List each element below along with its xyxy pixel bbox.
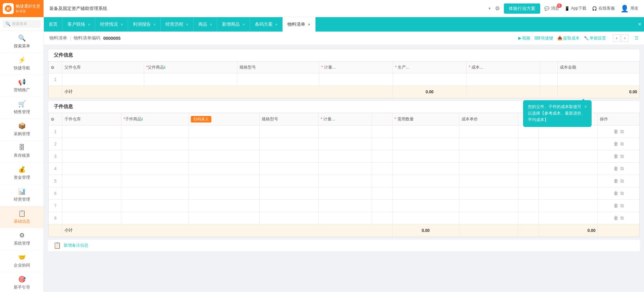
nav-tab-close-6[interactable]: × bbox=[243, 22, 245, 26]
child-row-8-unit[interactable] bbox=[319, 212, 372, 224]
message-icon-item[interactable]: 💬 消息 6 bbox=[544, 5, 559, 11]
child-row-1-warehouse[interactable] bbox=[62, 126, 121, 138]
sidebar-item-9[interactable]: ⚙系统管理 bbox=[0, 228, 44, 250]
child-row-2-quantity[interactable] bbox=[392, 138, 459, 150]
parent-row-1-production[interactable] bbox=[393, 73, 467, 86]
child-row-7-unit[interactable] bbox=[319, 200, 372, 212]
nav-tab-close-1[interactable]: × bbox=[88, 22, 90, 26]
child-row-5-spec[interactable] bbox=[259, 175, 318, 187]
child-row-8-delete-icon[interactable]: 🗑 bbox=[614, 215, 618, 221]
child-row-6-delete-icon[interactable]: 🗑 bbox=[614, 190, 618, 196]
child-row-1-delete-icon[interactable]: 🗑 bbox=[614, 129, 618, 135]
child-row-4-unit-price[interactable] bbox=[459, 163, 518, 175]
nav-tab-close-7[interactable]: × bbox=[275, 22, 277, 26]
view-toggle-icon[interactable]: ☰ bbox=[635, 36, 639, 40]
child-row-4-unit[interactable] bbox=[319, 163, 372, 175]
child-row-4-copy-icon[interactable]: ⧉ bbox=[620, 166, 624, 172]
topbar-dropdown-arrow[interactable]: ▾ bbox=[488, 6, 491, 11]
child-row-8-quantity[interactable] bbox=[392, 212, 459, 224]
add-note-label[interactable]: 新增备注信息 bbox=[64, 243, 88, 248]
child-row-4-spec[interactable] bbox=[259, 163, 318, 175]
nav-tab-7[interactable]: 条码方案× bbox=[250, 17, 283, 32]
child-row-7-copy-icon[interactable]: ⧉ bbox=[620, 203, 624, 209]
child-row-7-delete-icon[interactable]: 🗑 bbox=[614, 203, 618, 209]
sidebar-item-0[interactable]: 🔍搜索菜单 bbox=[0, 31, 44, 53]
child-row-8-unit-price[interactable] bbox=[459, 212, 518, 224]
child-row-8-copy-icon[interactable]: ⧉ bbox=[620, 215, 624, 221]
sidebar-item-11[interactable]: 🎯新手引导 bbox=[0, 272, 44, 292]
parent-row-1-spec[interactable] bbox=[237, 73, 319, 86]
child-row-3-delete-icon[interactable]: 🗑 bbox=[614, 153, 618, 159]
child-row-7-spec[interactable] bbox=[259, 200, 318, 212]
child-row-8-product[interactable] bbox=[121, 212, 189, 224]
nav-tab-4[interactable]: 经营历程× bbox=[161, 17, 193, 32]
close-window-icon[interactable]: × bbox=[638, 21, 641, 27]
nav-tab-close-4[interactable]: × bbox=[186, 22, 188, 26]
sidebar-item-10[interactable]: 🤝企业协同 bbox=[0, 250, 44, 272]
child-row-3-spec[interactable] bbox=[259, 150, 318, 163]
child-row-2-product[interactable] bbox=[121, 138, 189, 150]
child-row-3-unit[interactable] bbox=[319, 150, 372, 163]
child-row-1-quantity[interactable] bbox=[392, 126, 459, 138]
child-row-2-warehouse[interactable] bbox=[62, 138, 121, 150]
user-item[interactable]: 👤 用友 bbox=[620, 4, 639, 13]
sidebar-item-7[interactable]: 📊经营管理 bbox=[0, 184, 44, 206]
child-row-1-copy-icon[interactable]: ⧉ bbox=[620, 129, 624, 135]
search-area[interactable]: 🔍 搜索菜单 bbox=[0, 17, 44, 31]
child-row-4-delete-icon[interactable]: 🗑 bbox=[614, 166, 618, 172]
trial-button[interactable]: 体验行业方案 bbox=[504, 3, 540, 14]
nav-tab-8[interactable]: 物料清单× bbox=[283, 17, 315, 32]
child-row-1-spec[interactable] bbox=[259, 126, 318, 138]
child-row-2-delete-icon[interactable]: 🗑 bbox=[614, 141, 618, 147]
tooltip-close-btn[interactable]: × bbox=[584, 104, 587, 110]
parent-row-1-unit[interactable] bbox=[319, 73, 393, 86]
child-row-5-unit-price[interactable] bbox=[459, 175, 518, 187]
sidebar-item-6[interactable]: 💰资金管理 bbox=[0, 162, 44, 184]
sidebar-item-1[interactable]: ⚡快捷导航 bbox=[0, 53, 44, 75]
child-row-5-unit[interactable] bbox=[319, 175, 372, 187]
sidebar-item-8[interactable]: 📋基础信息 bbox=[0, 206, 44, 228]
nav-tab-close-3[interactable]: × bbox=[153, 22, 156, 26]
child-row-1-product[interactable] bbox=[121, 126, 189, 138]
child-row-6-copy-icon[interactable]: ⧉ bbox=[620, 190, 624, 196]
app-download-item[interactable]: 📱 App下载 bbox=[565, 5, 586, 11]
child-row-7-warehouse[interactable] bbox=[62, 200, 121, 212]
child-row-2-copy-icon[interactable]: ⧉ bbox=[620, 141, 624, 147]
child-row-7-quantity[interactable] bbox=[392, 200, 459, 212]
nav-tab-close-2[interactable]: × bbox=[121, 22, 123, 26]
child-row-4-quantity[interactable] bbox=[392, 163, 459, 175]
child-row-2-unit[interactable] bbox=[319, 138, 372, 150]
sidebar-item-5[interactable]: 🗄库存核算 bbox=[0, 141, 44, 162]
child-row-8-spec[interactable] bbox=[259, 212, 318, 224]
child-row-1-unit[interactable] bbox=[319, 126, 372, 138]
parent-row-1-warehouse[interactable] bbox=[62, 73, 144, 86]
child-row-6-unit[interactable] bbox=[319, 187, 372, 200]
child-row-3-quantity[interactable] bbox=[392, 150, 459, 163]
child-row-5-delete-icon[interactable]: 🗑 bbox=[614, 178, 618, 184]
nav-close-btn[interactable]: × bbox=[638, 21, 644, 27]
child-row-3-product[interactable] bbox=[121, 150, 189, 163]
child-row-6-spec[interactable] bbox=[259, 187, 318, 200]
nav-tab-2[interactable]: 经营情况× bbox=[95, 17, 128, 32]
online-service-item[interactable]: 🎧 在线客服 bbox=[592, 5, 615, 11]
nav-tab-5[interactable]: 商品× bbox=[194, 17, 217, 32]
extract-cost-action[interactable]: 📥 提取成本 bbox=[557, 35, 580, 41]
nav-tab-1[interactable]: 客户联络× bbox=[63, 17, 95, 32]
child-row-6-quantity[interactable] bbox=[392, 187, 459, 200]
child-row-3-copy-icon[interactable]: ⧉ bbox=[620, 153, 624, 159]
nav-tab-3[interactable]: 利润报告× bbox=[128, 17, 161, 32]
search-input-wrapper[interactable]: 🔍 搜索菜单 bbox=[3, 20, 41, 28]
child-row-4-product[interactable] bbox=[121, 163, 189, 175]
child-row-1-unit-price[interactable] bbox=[459, 126, 518, 138]
child-row-6-warehouse[interactable] bbox=[62, 187, 121, 200]
child-row-2-unit-price[interactable] bbox=[459, 138, 518, 150]
child-row-6-unit-price[interactable] bbox=[459, 187, 518, 200]
nav-tab-close-8[interactable]: × bbox=[308, 22, 310, 26]
shortcut-action[interactable]: ⌨ 快捷键 bbox=[534, 35, 553, 41]
child-row-5-copy-icon[interactable]: ⧉ bbox=[620, 178, 624, 184]
child-row-5-quantity[interactable] bbox=[392, 175, 459, 187]
child-row-7-unit-price[interactable] bbox=[459, 200, 518, 212]
child-row-7-product[interactable] bbox=[121, 200, 189, 212]
child-col-scan[interactable]: 扫码录入 bbox=[189, 113, 259, 126]
sidebar-item-4[interactable]: 📦采购管理 bbox=[0, 119, 44, 141]
